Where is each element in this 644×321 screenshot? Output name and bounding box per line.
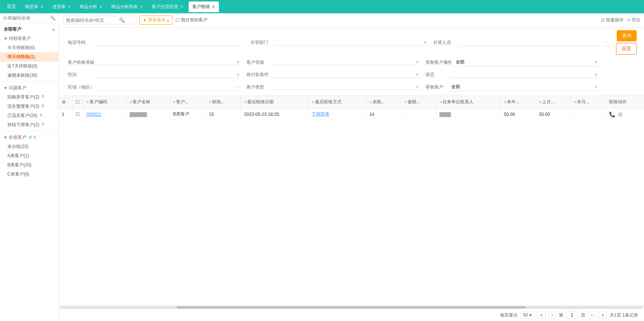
filter-region-input-area[interactable]: ··· — [97, 84, 241, 91]
close-product-icon[interactable]: ✕ — [99, 4, 102, 9]
per-page-value: 50 — [523, 313, 528, 318]
td-this-year: 50.00 — [501, 108, 536, 120]
filter-row-3: 性别 ▾ 收付款条件 ▾ 状态 ▾ — [65, 70, 638, 79]
nav-purchase[interactable]: 进货单✕ — [49, 1, 74, 12]
group-pending-contact[interactable]: ▼ 待联络客户 — [0, 34, 59, 43]
th-overdue: ≡逾期... — [401, 96, 436, 108]
search-icon[interactable]: 🔍 — [119, 17, 125, 23]
nav-product-analysis-list[interactable]: 商品分析列表✕ — [108, 1, 147, 12]
first-page-button[interactable]: « — [537, 311, 546, 319]
edit-icon[interactable]: ✎ — [33, 135, 37, 140]
filter-level-select[interactable]: ▾ — [271, 59, 419, 65]
nav-customer-contact[interactable]: 客户联络✕ — [189, 1, 219, 12]
filter-dept: 分管部门 ▾ — [248, 38, 430, 47]
table-row: 1 ☐ 000021 ██████ B类客户 15 2023-05-23 18:… — [59, 108, 644, 120]
row-phone-icon[interactable]: 📞 — [609, 111, 615, 117]
page-number-input[interactable] — [566, 311, 578, 319]
prev-page-button[interactable]: ‹ — [549, 311, 556, 319]
td-last-date: 2023-05-23 18:25: — [241, 108, 309, 120]
all-customers-label: 全部客户 — [4, 26, 21, 32]
close-contact-icon[interactable]: ✕ — [212, 4, 215, 9]
td-last-way[interactable]: 下销货单 — [309, 108, 366, 120]
type-caret-icon: ▾ — [416, 85, 418, 89]
customer-table: ⚙ ☐ ≡客户编码 ≡客户名称 ≡客户... ≡联络... ≡最后联络日期 ≡最… — [59, 96, 644, 120]
sidebar-search-icon[interactable]: 🔍 — [50, 15, 56, 21]
sidebar-item-b-class[interactable]: B类客户(33) — [0, 160, 59, 170]
scrollbar-thumb[interactable] — [177, 306, 526, 308]
search-box[interactable]: 🔍 — [63, 16, 136, 24]
last-page-button[interactable]: » — [599, 311, 607, 319]
td-action: 📞 ⊞ — [606, 108, 644, 120]
filter-level-label: 客户等级 — [246, 59, 269, 66]
per-page-select[interactable]: 50 ▾ — [521, 311, 534, 319]
filter-type-select[interactable]: ▾ — [271, 84, 419, 90]
filter-retail-attr-select[interactable]: 全部 ▾ — [454, 58, 598, 66]
sidebar-item-a-class[interactable]: A类客户(1) — [0, 151, 59, 160]
nav-home[interactable]: 首页 — [3, 1, 20, 12]
td-last-month: 50.00 — [536, 108, 571, 120]
sidebar-item-ungrouped[interactable]: 未分组(32) — [0, 142, 59, 151]
filter-payment-select[interactable]: ▾ — [271, 72, 419, 78]
th-last-date: ≡最后联络日期 — [241, 96, 309, 108]
sidebar-search-box[interactable]: 🔍 — [0, 13, 59, 23]
group-problem-customers[interactable]: ▼ 问题客户 — [0, 83, 59, 93]
sidebar-item-abnormal[interactable]: 回购异常客户(2) ？ — [0, 93, 59, 102]
retail-caret-icon: ▾ — [595, 85, 597, 89]
query-button[interactable]: 查询 — [617, 30, 637, 41]
level-caret-icon: ▾ — [416, 60, 418, 64]
th-checkbox[interactable]: ☐ — [72, 96, 83, 108]
sidebar-item-overdue[interactable]: 逾期未联络(30) — [0, 71, 59, 80]
filter-payment-label: 收付款条件 — [246, 72, 269, 78]
td-checkbox[interactable]: ☐ — [72, 108, 83, 120]
sidebar-item-declining[interactable]: 持续下滑客户(2) ？ — [0, 120, 59, 130]
td-contact-count: 15 — [206, 108, 241, 120]
sidebar-item-tomorrow[interactable]: 明天待联络(1) — [0, 52, 59, 62]
sidebar-item-today[interactable]: 今天待联络(0) — [0, 43, 59, 52]
dept-caret-icon: ▾ — [424, 40, 426, 44]
nav-product-analysis[interactable]: 商品分析✕ — [76, 1, 106, 12]
filter-manager-input-area[interactable]: ··· — [458, 39, 610, 46]
filter-gender-select[interactable]: ▾ — [92, 72, 241, 78]
more-filter-button[interactable]: ▼ 更多条件 ▴ — [139, 15, 172, 25]
filter-dept-select[interactable]: ▾ — [275, 39, 427, 45]
th-contact-count: ≡联络... — [206, 96, 241, 108]
batch-op-button[interactable]: ☑ 批量操作 — [601, 17, 624, 23]
sidebar-item-churned[interactable]: 已流失客户(24) ？ — [0, 111, 59, 120]
filter-manager: 分管人员 ··· — [430, 38, 613, 48]
horizontal-scrollbar[interactable] — [59, 305, 644, 309]
th-type: ≡客户... — [170, 96, 206, 108]
sidebar-collapse-icon[interactable]: « — [52, 27, 55, 32]
filter-region: 区域（地区） ··· — [65, 82, 244, 92]
filter-phone-input[interactable] — [92, 39, 245, 46]
nav-customer-tier[interactable]: 客户分层经营✕ — [148, 1, 187, 12]
group-value-customers[interactable]: ▼ 价值客户 ↺ ✎ — [0, 133, 59, 142]
my-customer-checkbox[interactable]: ☐ 我分管的客户 — [175, 17, 207, 23]
td-code: 000021 — [83, 108, 127, 120]
close-sales-icon[interactable]: ✕ — [40, 4, 43, 9]
filter-customer-type: 客户类型 ▾ — [244, 83, 422, 92]
refresh-icon[interactable]: ↺ — [28, 135, 32, 140]
nav-sales[interactable]: 销货单✕ — [21, 1, 47, 12]
filter-status-select[interactable]: ▾ — [450, 72, 598, 78]
filter-retail-select[interactable]: 全部 ▾ — [450, 83, 598, 91]
next-page-button[interactable]: › — [588, 311, 596, 319]
row-grid-icon[interactable]: ⊞ — [618, 111, 623, 117]
settings-button[interactable]: 设置 — [616, 43, 637, 55]
sidebar-item-7days[interactable]: 近7天待联络(0) — [0, 62, 59, 71]
export-button[interactable]: ↗ 导出 — [627, 17, 640, 23]
close-product-list-icon[interactable]: ✕ — [140, 4, 143, 9]
sidebar-item-churn-warning[interactable]: 流失预警客户(3) ？ — [0, 102, 59, 111]
th-settings[interactable]: ⚙ — [59, 96, 72, 108]
table-area: ⚙ ☐ ≡客户编码 ≡客户名称 ≡客户... ≡联络... ≡最后联络日期 ≡最… — [59, 96, 644, 305]
close-purchase-icon[interactable]: ✕ — [67, 4, 71, 9]
filter-type-label: 客户类型 — [246, 84, 269, 90]
sidebar-search-input[interactable] — [3, 15, 49, 21]
close-tier-icon[interactable]: ✕ — [180, 4, 183, 9]
price-caret-icon: ▾ — [237, 60, 239, 64]
sidebar-item-c-class[interactable]: C类客户(6) — [0, 170, 59, 179]
region-dots-icon: ··· — [235, 84, 239, 90]
filter-icon: ▼ — [143, 18, 147, 23]
filter-phone: 电话号码 — [65, 38, 248, 48]
filter-price-select[interactable]: ▾ — [97, 59, 241, 65]
main-search-input[interactable] — [66, 18, 118, 23]
